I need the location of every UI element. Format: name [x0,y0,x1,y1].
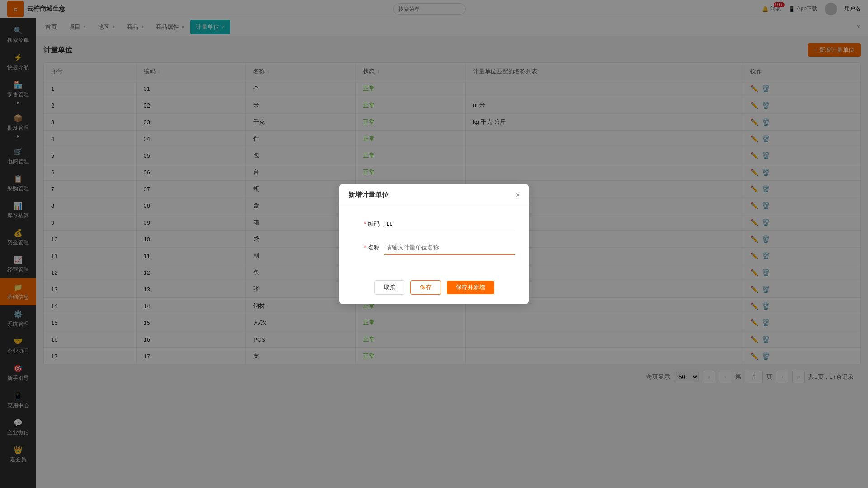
modal-footer: 取消 保存 保存并新增 [339,275,529,304]
cancel-button[interactable]: 取消 [374,280,405,295]
modal-header: 新增计量单位 × [339,184,529,206]
modal-close-button[interactable]: × [516,191,520,199]
code-label: 编码 [353,220,380,228]
save-button[interactable]: 保存 [410,280,441,295]
name-input[interactable] [384,240,515,255]
name-label: 名称 [353,244,380,252]
modal-title: 新增计量单位 [348,191,389,199]
form-row-code: 编码 [353,217,515,231]
form-row-name: 名称 [353,240,515,255]
code-input[interactable] [384,217,515,231]
save-new-button[interactable]: 保存并新增 [447,281,494,294]
add-measure-modal: 新增计量单位 × 编码 名称 取消 保存 保存并新增 [339,184,529,304]
modal-body: 编码 名称 [339,206,529,275]
modal-overlay[interactable]: 新增计量单位 × 编码 名称 取消 保存 保存并新增 [0,0,868,488]
